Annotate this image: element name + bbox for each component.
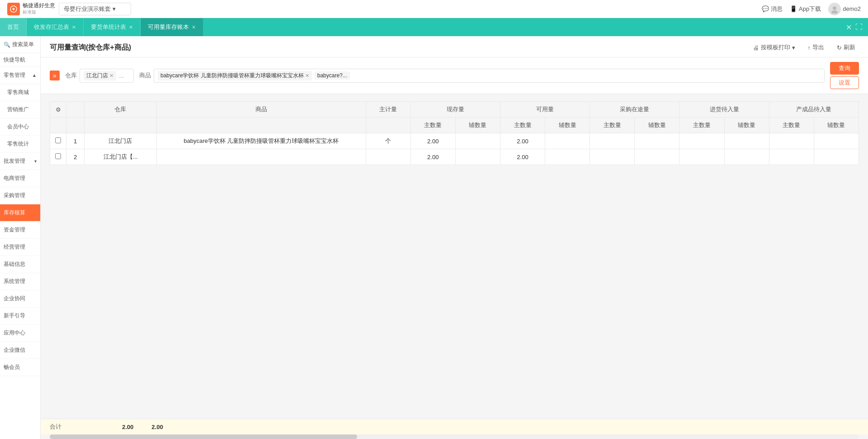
tab-home[interactable]: 首页 [0,18,27,36]
logo-text: 畅捷通好生意 [23,2,55,9]
sidebar-item-operations[interactable]: 经营管理 [0,239,40,256]
page-title: 可用量查询(按仓库+商品) [50,43,131,52]
download-label: App下载 [799,5,821,13]
print-button[interactable]: 🖨 按模板打印 ▾ [750,42,799,53]
top-header: 畅捷通好生意 标准版 母婴行业演示账套 ▾ 💬 消息 📱 App下载 demo2 [0,0,868,18]
th-main-unit: 主计量 [366,102,410,118]
header-left: 畅捷通好生意 标准版 母婴行业演示账套 ▾ [7,2,131,16]
th2-product-in-main-qty: 主数量 [769,118,814,133]
warehouse-tag-remove[interactable]: ✕ [109,73,113,79]
chevron-up-icon: ▲ [32,73,37,78]
sidebar-item-operations-label: 经营管理 [4,243,25,251]
th-settings[interactable]: ⚙ [50,102,66,118]
page-header: 可用量查询(按仓库+商品) 🖨 按模板打印 ▾ ↑ 导出 ↻ 刷新 [41,36,868,57]
td-current-main: 2.00 [410,133,455,149]
print-icon: 🖨 [753,44,759,51]
horizontal-scrollbar[interactable] [50,434,859,439]
sidebar-item-enterprise-wechat[interactable]: 企业微信 [0,342,40,359]
tab-receive-summary-close[interactable]: ✕ [72,24,76,30]
sidebar-item-sys-mgmt[interactable]: 系统管理 [0,273,40,290]
sidebar-item-new-guide[interactable]: 新手引导 [0,307,40,325]
sidebar-item-inventory[interactable]: 库存核算 [0,204,40,222]
download-button[interactable]: 📱 App下载 [790,5,821,13]
product-tag-1-value: babycare学饮杯 儿童防摔防撞吸管杯重力球吸嘴杯宝宝水杯 [160,72,304,80]
tab-order-summary-close[interactable]: ✕ [129,24,133,30]
sidebar-item-finance[interactable]: 资金管理 [0,222,40,239]
tab-order-summary[interactable]: 要货单统计表 ✕ [84,18,141,36]
industry-selector[interactable]: 母婴行业演示账套 ▾ [59,3,131,15]
td-current-aux [455,133,500,149]
sidebar-search[interactable]: 🔍 搜索菜单 [0,36,40,53]
sidebar-item-basic-info-label: 基础信息 [4,260,25,268]
th-purchase-in-group: 采购在途量 [590,102,679,118]
export-button[interactable]: ↑ 导出 [804,42,828,53]
td-available-main: 2.00 [500,133,545,149]
logo-sub: 标准版 [23,9,55,15]
settings-icon[interactable]: ⚙ [56,106,61,113]
sidebar-item-new-guide-label: 新手引导 [4,312,25,320]
th2-available-aux-qty: 辅数量 [545,118,590,133]
nav-tabs-right: ✕ ⛶ [840,18,868,36]
td-checkbox[interactable] [50,133,66,149]
table-row: 2 江北门店【... 2.00 2.00 [50,149,859,165]
tab-receive-summary-label: 收发存汇总表 [34,23,69,31]
close-all-icon[interactable]: ✕ [846,23,852,32]
expand-filter-button[interactable]: » [50,71,60,80]
product-tag-1-remove[interactable]: ✕ [305,73,309,79]
sidebar-quick-nav[interactable]: 快捷导航 [0,53,40,67]
tab-available-stock-label: 可用量库存账本 [148,23,189,31]
th2-product-in-aux-qty: 辅数量 [814,118,859,133]
industry-label: 母婴行业演示账套 [64,5,111,13]
td-available-main: 2.00 [500,149,545,165]
chevron-down-icon: ▾ [34,159,37,164]
warehouse-filter-input[interactable]: 江北门店 ✕ ... [80,69,134,83]
sidebar-item-retail-stats-label: 零售统计 [7,140,29,148]
warehouse-more-btn[interactable]: ... [119,72,124,79]
td-checkbox[interactable] [50,149,66,165]
expand-icon[interactable]: ⛶ [855,23,863,31]
user-menu[interactable]: demo2 [828,3,861,15]
settings-button[interactable]: 设置 [830,76,859,89]
product-filter-input[interactable]: babycare学饮杯 儿童防摔防撞吸管杯重力球吸嘴杯宝宝水杯 ✕ babyca… [154,69,825,83]
td-main-unit [366,149,410,165]
tab-available-stock-close[interactable]: ✕ [192,24,196,30]
sidebar-item-retail-stats[interactable]: 零售统计 [0,136,40,153]
tab-receive-summary[interactable]: 收发存汇总表 ✕ [27,18,84,36]
sidebar-item-app-center[interactable]: 应用中心 [0,325,40,342]
sidebar-item-retail-mall[interactable]: 零售商城 [0,84,40,101]
sidebar-item-ecommerce-label: 电商管理 [4,175,25,182]
message-button[interactable]: 💬 消息 [762,5,783,13]
sidebar-item-retail-mgmt[interactable]: 零售管理 ▲ [0,67,40,84]
sidebar-item-member[interactable]: 会员中心 [0,118,40,136]
th2-purchase-main-qty: 主数量 [590,118,635,133]
warehouse-filter-group: 仓库 江北门店 ✕ ... [65,69,134,83]
sidebar-item-ecommerce[interactable]: 电商管理 [0,170,40,187]
refresh-button[interactable]: ↻ 刷新 [833,42,859,53]
sidebar-item-retail-mall-label: 零售商城 [7,89,29,96]
sidebar-item-vip-member[interactable]: 畅会员 [0,359,40,376]
table-container[interactable]: ⚙ 仓库 商品 主计量 现存量 可用量 采购在途量 进货待入量 产成品待入量 [41,94,868,419]
sidebar-item-purchase[interactable]: 采购管理 [0,187,40,204]
sidebar-item-inventory-label: 库存核算 [4,209,25,217]
quick-nav-label: 快捷导航 [4,57,25,63]
sidebar-item-member-label: 会员中心 [7,123,29,131]
product-filter-group: 商品 babycare学饮杯 儿童防摔防撞吸管杯重力球吸嘴杯宝宝水杯 ✕ bab… [139,69,825,83]
logo-area: 畅捷通好生意 标准版 [7,2,55,16]
sidebar-item-marketing[interactable]: 营销推广 [0,101,40,118]
sidebar-item-wholesale-mgmt[interactable]: 批发管理 ▾ [0,153,40,170]
sidebar-item-purchase-label: 采购管理 [4,192,25,199]
sidebar-item-marketing-label: 营销推广 [7,106,29,113]
td-product-in-aux [814,133,859,149]
product-tag-2: babycare?... [315,71,350,80]
total-available-main-value: 2.00 [151,424,163,430]
warehouse-tag-value: 江北门店 [86,72,108,80]
td-purchase-main [590,133,635,149]
tab-available-stock[interactable]: 可用量库存账本 ✕ [141,18,203,36]
bottom-bar: 合计 2.00 2.00 [41,419,868,434]
svg-point-1 [833,6,836,10]
query-button[interactable]: 查询 [830,62,859,75]
sidebar-item-basic-info[interactable]: 基础信息 [0,256,40,273]
sidebar-item-enterprise[interactable]: 企业协同 [0,290,40,307]
scrollbar-thumb[interactable] [50,434,357,439]
th2-goods-in-main-qty: 主数量 [679,118,724,133]
